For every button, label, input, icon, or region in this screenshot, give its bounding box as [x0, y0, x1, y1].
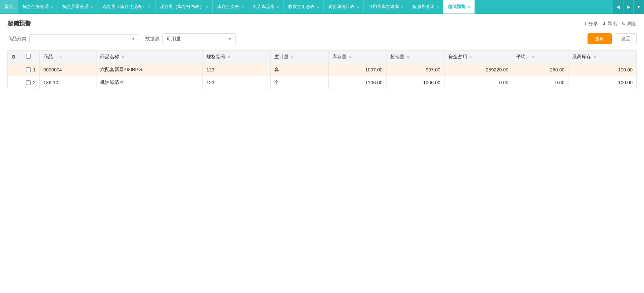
nav-tab-pick-task-label: 拣货任务管理	[22, 4, 49, 10]
th-spec[interactable]: 规格型号 ⇅	[202, 51, 271, 63]
nav-tab-overstock-label: 超储预警	[448, 4, 465, 10]
top-navigation: 首页 拣货任务管理 × 拣货异常处理 × 现存量（库存状况表） × 现存量（库存…	[0, 0, 644, 14]
category-select-arrow: ▼	[131, 37, 135, 41]
category-select[interactable]: ▼	[29, 34, 139, 43]
data-table: ⚙ 商品... ⇅ 商品名称 ⇅ 规格型号 ⇅ 主计量	[7, 50, 637, 89]
nav-arrows: ◀ ▶ ▼	[613, 0, 644, 14]
nav-tab-pick-abnormal-close[interactable]: ×	[91, 5, 93, 9]
table-header-row: ⚙ 商品... ⇅ 商品名称 ⇅ 规格型号 ⇅ 主计量	[8, 51, 637, 63]
select-all-checkbox[interactable]	[26, 54, 31, 59]
nav-tab-overstock-close[interactable]: ×	[468, 5, 470, 9]
table-row: 1 0000004 六配套新昌490BPG 123 套 1097.00 997.…	[8, 63, 637, 76]
th-capital[interactable]: 资金占用 ⇅	[444, 51, 512, 63]
nav-tab-requisition[interactable]: 要货单统计表 ×	[324, 0, 364, 14]
nav-tab-expiry-close[interactable]: ×	[437, 5, 439, 9]
td-spec-0: 123	[202, 63, 271, 76]
setting-button[interactable]: 设置	[615, 33, 637, 44]
td-capital-0: 259220.00	[444, 63, 512, 76]
nav-tab-available-close[interactable]: ×	[401, 5, 403, 9]
th-checkbox[interactable]	[22, 51, 40, 63]
td-overstock-1: 1006.00	[386, 76, 444, 89]
nav-tab-pick-task[interactable]: 拣货任务管理 ×	[18, 0, 58, 14]
td-num-1: 2	[22, 76, 40, 89]
export-label: 导出	[608, 21, 617, 27]
td-capital-1: 0.00	[444, 76, 512, 89]
datasource-filter: 数据源 可用量 ▼	[145, 33, 236, 44]
th-overstock[interactable]: 超储量 ⇅	[386, 51, 444, 63]
page-header: 超储预警 ⤴ 分享 ⬇ 导出 ↻ 刷新	[7, 20, 637, 27]
nav-tab-stock-dist-close[interactable]: ×	[206, 5, 208, 9]
th-stock-sort: ⇅	[349, 55, 352, 59]
filter-container: 商品分类 ▼ 数据源 可用量 ▼ 查询 设置	[7, 33, 637, 44]
row-num-1: 2	[33, 80, 36, 85]
th-product-code-label: 商品...	[43, 54, 57, 59]
datasource-filter-label: 数据源	[145, 36, 160, 42]
row-num-0: 1	[33, 67, 36, 73]
query-button[interactable]: 查询	[588, 33, 612, 44]
nav-tab-home[interactable]: 首页	[0, 0, 18, 14]
th-avg-label: 平均...	[516, 54, 530, 59]
td-product-name-0: 六配套新昌490BPG	[96, 63, 203, 76]
th-stock[interactable]: 库存量 ⇅	[329, 51, 387, 63]
td-unit-0: 套	[271, 63, 329, 76]
nav-prev-button[interactable]: ◀	[613, 0, 623, 14]
th-max-stock-sort: ⇅	[593, 55, 596, 59]
refresh-icon: ↻	[622, 21, 626, 26]
td-gear-1	[8, 76, 22, 89]
nav-tab-summary-close[interactable]: ×	[317, 5, 319, 9]
th-product-code-sort: ⇅	[59, 55, 62, 59]
nav-tab-overstock[interactable]: 超储预警 ×	[443, 0, 475, 14]
gear-icon: ⚙	[11, 54, 16, 60]
td-stock-1: 1106.00	[329, 76, 387, 89]
nav-tab-stock-status-label: 现存量（库存状况表）	[102, 4, 146, 10]
nav-tab-requisition-close[interactable]: ×	[357, 5, 359, 9]
th-max-stock[interactable]: 最高库存 ⇅	[568, 51, 637, 63]
td-max-stock-1: 100.00	[568, 76, 637, 89]
refresh-button[interactable]: ↻ 刷新	[622, 21, 637, 27]
nav-tab-stock-status[interactable]: 现存量（库存状况表） ×	[98, 0, 155, 14]
td-stock-0: 1097.00	[329, 63, 387, 76]
share-icon: ⤴	[584, 21, 587, 26]
th-avg-sort: ⇅	[532, 55, 535, 59]
refresh-label: 刷新	[627, 21, 637, 27]
nav-tab-requisition-label: 要货单统计表	[328, 4, 355, 10]
td-overstock-0: 997.00	[386, 63, 444, 76]
th-capital-label: 资金占用	[448, 54, 467, 59]
td-avg-0: 260.00	[512, 63, 568, 76]
th-overstock-sort: ⇅	[407, 55, 410, 59]
nav-tab-expiry[interactable]: 保质期查询 ×	[408, 0, 444, 14]
nav-next-button[interactable]: ▶	[623, 0, 634, 14]
nav-tab-batch[interactable]: 库存批次账 ×	[213, 0, 248, 14]
td-max-stock-0: 100.00	[568, 63, 637, 76]
nav-tab-pick-abnormal[interactable]: 拣货异常处理 ×	[58, 0, 98, 14]
th-gear[interactable]: ⚙	[8, 51, 22, 63]
nav-tab-inout[interactable]: 出入库流水 ×	[248, 0, 284, 14]
nav-tab-pick-task-close[interactable]: ×	[51, 5, 53, 9]
nav-more-button[interactable]: ▼	[634, 0, 644, 14]
td-product-code-1: 186-10...	[40, 76, 96, 89]
th-overstock-label: 超储量	[390, 54, 405, 59]
th-unit[interactable]: 主计量 ⇅	[271, 51, 329, 63]
datasource-select[interactable]: 可用量 ▼	[162, 33, 236, 44]
nav-tab-home-label: 首页	[4, 4, 13, 10]
share-button[interactable]: ⤴ 分享	[584, 21, 598, 27]
th-avg[interactable]: 平均... ⇅	[512, 51, 568, 63]
td-gear-0	[8, 63, 22, 76]
nav-tab-inout-close[interactable]: ×	[277, 5, 279, 9]
nav-tab-stock-dist-label: 现存量（库存分布表）	[160, 4, 204, 10]
nav-tab-summary[interactable]: 收发存汇总表 ×	[284, 0, 324, 14]
th-product-code[interactable]: 商品... ⇅	[40, 51, 96, 63]
nav-tab-stock-dist[interactable]: 现存量（库存分布表） ×	[155, 0, 213, 14]
nav-tab-available-label: 可用量库存账本	[368, 4, 399, 10]
th-product-name[interactable]: 商品名称 ⇅	[96, 51, 203, 63]
nav-tab-batch-close[interactable]: ×	[241, 5, 244, 9]
row-checkbox-1[interactable]	[26, 80, 31, 85]
share-label: 分享	[588, 21, 598, 27]
th-capital-sort: ⇅	[469, 55, 472, 59]
row-checkbox-0[interactable]	[26, 67, 31, 72]
nav-tab-stock-status-close[interactable]: ×	[149, 5, 151, 9]
nav-tab-expiry-label: 保质期查询	[413, 4, 435, 10]
export-button[interactable]: ⬇ 导出	[602, 21, 617, 27]
nav-tab-available[interactable]: 可用量库存账本 ×	[364, 0, 408, 14]
table-row: 2 186-10... 机油滤清器 123 个 1106.00 1006.00 …	[8, 76, 637, 89]
